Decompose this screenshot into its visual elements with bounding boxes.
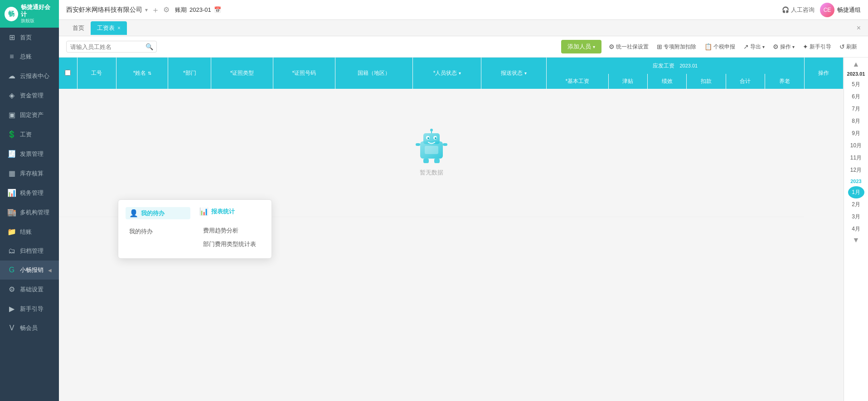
month-panel-up[interactable]: ▲ [852, 59, 861, 69]
sidebar-item-basic[interactable]: ⚙ 基础设置 [0, 280, 59, 299]
month-item-8[interactable]: 8月 [846, 115, 866, 127]
tab-close-icon[interactable]: × [117, 25, 121, 31]
month-item-10[interactable]: 10月 [846, 140, 866, 152]
month-item-12[interactable]: 12月 [846, 164, 866, 176]
operations-button[interactable]: ⚙ 操作 ▾ [769, 41, 798, 53]
sidebar-logo[interactable]: 畅 畅捷通好会计 旗舰版 [0, 0, 59, 28]
th-pension: 养老 [765, 74, 804, 89]
new-guide-button[interactable]: ✦ 新手引导 [799, 41, 835, 53]
sidebar-item-home[interactable]: ⊞ 首页 [0, 28, 59, 47]
service-button[interactable]: 🎧 人工咨询 [782, 6, 815, 14]
month-item-3[interactable]: 3月 [846, 211, 866, 223]
svg-point-5 [435, 137, 436, 139]
export-label: 导出 [750, 43, 761, 51]
toolbar-actions: ⚙ 统一社保设置 ⊞ 专项附加扣除 📋 个税申报 ↗ 导出 ▾ ⚙ 操作 ▾ [605, 41, 861, 53]
month-panel-title: 2023.01 [846, 69, 866, 78]
search-wrapper: 🔍 [66, 41, 157, 53]
salary-icon: 💲 [7, 130, 16, 139]
th-deduct: 扣款 [687, 74, 726, 89]
sidebar-item-closing-label: 结账 [20, 228, 32, 236]
popup-reports-item-1[interactable]: 费用趋势分析 [199, 224, 264, 237]
sidebar: 畅 畅捷通好会计 旗舰版 ⊞ 首页 ≡ 总账 ☁ 云报表中心 ◈ 资金管理 ▣ … [0, 0, 59, 401]
th-status: *人员状态 ▾ [412, 58, 481, 89]
sidebar-item-funds[interactable]: ◈ 资金管理 [0, 86, 59, 105]
main-area: 西安虾米网络科技有限公司 ▾ ＋ ⚙ 账期 2023-01 📅 🎧 人工咨询 C… [59, 0, 868, 401]
sidebar-item-member[interactable]: V 畅会员 [0, 319, 59, 338]
tab-home[interactable]: 首页 [66, 21, 91, 35]
headset-icon: 🎧 [782, 6, 789, 13]
sidebar-item-guide[interactable]: ▶ 新手引导 [0, 299, 59, 319]
sidebar-item-salary-label: 工资 [20, 130, 32, 139]
archive-icon: 🗂 [7, 247, 16, 255]
data-table: 工号 *姓名 ⇅ *部门 *证照类型 *证照号码 国籍（地区） *人员状态 ▾ [59, 58, 844, 217]
sidebar-item-ledger[interactable]: ≡ 总账 [0, 47, 59, 66]
month-item-6[interactable]: 6月 [846, 91, 866, 103]
svg-point-7 [430, 129, 433, 131]
popup-todo-icon: 👤 [129, 209, 138, 217]
sidebar-item-archive[interactable]: 🗂 归档管理 [0, 242, 59, 261]
add-company-button[interactable]: ＋ [151, 5, 160, 15]
sidebar-item-xiaochang[interactable]: G 小畅报销 ◀ [0, 261, 59, 280]
tabs-panel-close[interactable]: × [857, 24, 861, 32]
select-all-checkbox[interactable] [65, 70, 71, 76]
report-filter-icon[interactable]: ▾ [524, 71, 527, 76]
th-id-type: *证照类型 [211, 58, 273, 89]
month-item-9[interactable]: 9月 [846, 127, 866, 140]
new-guide-label: 新手引导 [810, 43, 831, 51]
month-item-4[interactable]: 4月 [846, 223, 866, 235]
add-person-button[interactable]: 添加人员 ▾ [561, 40, 601, 53]
export-button[interactable]: ↗ 导出 ▾ [740, 41, 768, 53]
toolbar: 🔍 添加人员 ▾ ⚙ 统一社保设置 ⊞ 专项附加扣除 📋 个税申报 ↗ 导出 ▾ [59, 36, 868, 58]
export-icon: ↗ [743, 43, 749, 50]
th-report-status: 报送状态 ▾ [481, 58, 546, 89]
month-item-7[interactable]: 7月 [846, 103, 866, 115]
year-label-2023: 2023 [846, 176, 866, 186]
topbar-settings-icon[interactable]: ⚙ [163, 5, 170, 14]
sidebar-item-home-label: 首页 [20, 34, 32, 42]
period-selector[interactable]: 账期 2023-01 📅 [175, 6, 221, 14]
company-selector[interactable]: 西安虾米网络科技有限公司 ▾ [66, 6, 148, 14]
sidebar-item-closing[interactable]: 📁 结账 [0, 222, 59, 242]
month-panel-down[interactable]: ▼ [852, 235, 861, 245]
search-input[interactable] [70, 43, 143, 50]
tax-report-label: 个税申报 [713, 43, 735, 51]
th-dept: *部门 [168, 58, 211, 89]
th-checkbox[interactable] [59, 58, 77, 89]
sidebar-item-assets[interactable]: ▣ 固定资产 [0, 105, 59, 125]
th-id-number: *证照号码 [273, 58, 335, 89]
guide-icon: ▶ [7, 304, 16, 313]
ledger-icon: ≡ [7, 53, 16, 61]
refresh-button[interactable]: ↺ 刷新 [836, 41, 861, 53]
sidebar-item-invoice[interactable]: 🧾 发票管理 [0, 144, 59, 164]
popup-todo-item[interactable]: 我的待办 [126, 225, 190, 238]
sidebar-item-inventory[interactable]: ▦ 库存核算 [0, 164, 59, 183]
th-overtime: 津贴 [608, 74, 647, 89]
sidebar-item-salary[interactable]: 💲 工资 [0, 125, 59, 144]
month-item-5[interactable]: 5月 [846, 78, 866, 91]
sidebar-item-multi[interactable]: 🏬 多机构管理 [0, 203, 59, 222]
sidebar-item-tax[interactable]: 📊 税务管理 [0, 183, 59, 203]
popup-reports-title: 📊 报表统计 [199, 207, 264, 218]
month-item-11[interactable]: 11月 [846, 152, 866, 164]
special-deduct-button[interactable]: ⊞ 专项附加扣除 [653, 41, 700, 53]
tax-report-button[interactable]: 📋 个税申报 [701, 41, 739, 53]
empty-message: 暂无数据 [420, 169, 443, 177]
svg-rect-8 [423, 159, 429, 163]
month-panel: ▲ 2023.01 5月 6月 7月 8月 9月 10月 11月 12月 202… [844, 58, 868, 401]
sidebar-item-cloud[interactable]: ☁ 云报表中心 [0, 66, 59, 86]
tab-salary-label: 工资表 [97, 24, 115, 32]
member-icon: V [7, 324, 16, 332]
tab-salary[interactable]: 工资表 × [91, 21, 127, 35]
name-sort-icon[interactable]: ⇅ [148, 71, 151, 76]
popup-reports-item-2[interactable]: 部门费用类型统计表 [199, 237, 264, 251]
month-item-2[interactable]: 2月 [846, 198, 866, 211]
month-item-1[interactable]: 1月 [848, 186, 864, 198]
sidebar-item-xiaochang-label: 小畅报销 [20, 266, 44, 274]
special-deduct-label: 专项附加扣除 [664, 43, 696, 51]
status-filter-icon[interactable]: ▾ [459, 71, 461, 76]
refresh-icon: ↺ [839, 43, 845, 50]
user-menu[interactable]: CE 畅捷通组 [820, 3, 861, 17]
social-insurance-button[interactable]: ⚙ 统一社保设置 [605, 41, 652, 53]
sidebar-item-basic-label: 基础设置 [20, 285, 44, 294]
th-salary-group: 应发工资 2023.01 [546, 58, 804, 74]
